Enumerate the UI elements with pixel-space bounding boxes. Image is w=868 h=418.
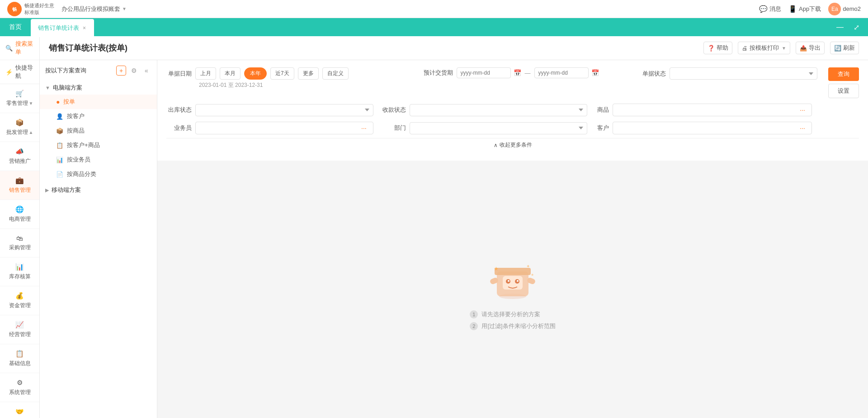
sidebar-item-inventory[interactable]: 📊 库存核算	[0, 257, 39, 286]
by-product-category-label: 按商品分类	[67, 170, 96, 178]
help-btn[interactable]: ❓ 帮助	[703, 42, 732, 54]
salesperson-ellipsis-btn[interactable]: ···	[359, 124, 368, 132]
sidebar-item-enterprise[interactable]: 🤝 企业协同	[0, 402, 39, 418]
date-btn-more[interactable]: 更多	[298, 67, 319, 80]
app-selector[interactable]: 办公用品行业模拟账套 ▼	[58, 3, 130, 15]
minimize-icon[interactable]: —	[834, 21, 846, 33]
customer-ellipsis-btn[interactable]: ···	[798, 124, 807, 132]
search-icon: 🔍	[5, 45, 13, 52]
download-icon: 📱	[788, 5, 797, 13]
sidebar: 🔍 搜索菜单 ⚡ 快捷导航 🛒 零售管理 ▼ 📦 批发管理 ▲ 📣 营销推广	[0, 36, 40, 418]
doc-status-select[interactable]	[670, 67, 817, 80]
scheme-by-product[interactable]: 📦 按商品	[40, 124, 157, 138]
out-status-select[interactable]	[195, 104, 373, 116]
retail-label: 零售管理	[6, 100, 28, 107]
scheme-by-salesperson[interactable]: 📊 按业务员	[40, 152, 157, 167]
marketing-label: 营销推广	[9, 157, 31, 165]
dept-select[interactable]	[410, 122, 588, 134]
enterprise-icon: 🤝	[15, 408, 24, 416]
export-label: 导出	[809, 44, 821, 52]
operations-icon: 📈	[15, 321, 24, 329]
scheme-by-customer[interactable]: 👤 按客户	[40, 109, 157, 124]
dept-label: 部门	[381, 124, 406, 132]
sidebar-item-sales[interactable]: 💼 销售管理	[0, 171, 39, 200]
date-btn-7days[interactable]: 近7天	[270, 67, 294, 80]
by-product-icon: 📦	[56, 128, 63, 134]
receipt-status-select[interactable]	[410, 104, 588, 116]
expected-delivery-label: 预计交货期	[421, 69, 453, 77]
settings-scheme-btn[interactable]: ⚙	[129, 66, 139, 76]
delivery-date-to[interactable]	[534, 67, 589, 78]
refresh-label: 刷新	[843, 44, 855, 52]
sidebar-item-operations[interactable]: 📈 经营管理	[0, 315, 39, 344]
by-customer-product-icon: 📋	[56, 142, 63, 149]
mobile-scheme-section: ▶ 移动端方案	[40, 183, 157, 197]
receipt-status-label: 收款状态	[381, 106, 406, 114]
pc-section-label: 电脑端方案	[53, 84, 82, 92]
top-bar-right: 💬 消息 📱 App下载 Ea demo2	[759, 3, 861, 15]
add-scheme-btn[interactable]: +	[116, 66, 126, 76]
print-btn[interactable]: 🖨 按模板打印 ▼	[738, 42, 790, 54]
message-btn[interactable]: 💬 消息	[759, 5, 781, 13]
maximize-icon[interactable]: ⤢	[850, 21, 863, 33]
page-title: 销售订单统计表(按单)	[49, 43, 127, 59]
by-order-icon: ●	[56, 98, 60, 105]
refresh-icon: 🔄	[834, 45, 841, 52]
calendar-to-icon[interactable]: 📅	[591, 69, 599, 76]
sidebar-item-retail[interactable]: 🛒 零售管理 ▼	[0, 84, 39, 113]
product-ellipsis-btn[interactable]: ···	[798, 106, 807, 114]
message-icon: 💬	[759, 5, 768, 13]
calendar-from-icon[interactable]: 📅	[514, 69, 521, 76]
operations-label: 经营管理	[9, 331, 31, 338]
tip-text-1: 请先选择要分析的方案	[481, 310, 540, 318]
content-area: 销售订单统计表(按单) ❓ 帮助 🖨 按模板打印 ▼ 📤 导出 🔄 刷新	[40, 36, 868, 418]
pc-scheme-header[interactable]: ▼ 电脑端方案	[40, 81, 157, 95]
svg-text:★: ★	[531, 273, 534, 277]
date-btn-this-month[interactable]: 本月	[220, 67, 241, 80]
user-profile[interactable]: Ea demo2	[828, 3, 861, 15]
customer-label: 客户	[594, 124, 609, 132]
sidebar-item-wholesale[interactable]: 📦 批发管理 ▲	[0, 113, 39, 142]
quick-nav-label: 快捷导航	[15, 64, 34, 80]
collapse-icon: ∧	[494, 142, 498, 148]
sidebar-item-marketing[interactable]: 📣 营销推广	[0, 142, 39, 171]
empty-illustration: ★ ✦ ★	[486, 249, 540, 303]
scheme-by-product-category[interactable]: 📄 按商品分类	[40, 167, 157, 181]
date-btn-custom[interactable]: 自定义	[322, 67, 349, 80]
reset-btn[interactable]: 设置	[828, 84, 859, 98]
date-btn-last-month[interactable]: 上月	[195, 67, 216, 80]
collapse-panel-btn[interactable]: «	[142, 66, 151, 76]
date-label: 单据日期	[166, 70, 192, 78]
mobile-scheme-header[interactable]: ▶ 移动端方案	[40, 183, 157, 197]
tab-close-btn[interactable]: ×	[82, 24, 87, 32]
export-btn[interactable]: 📤 导出	[796, 42, 825, 54]
active-tab[interactable]: 销售订单统计表 ×	[31, 19, 94, 37]
scheme-by-order[interactable]: ● 按单	[40, 95, 157, 109]
sidebar-item-finance[interactable]: 💰 资金管理	[0, 286, 39, 315]
app-download-btn[interactable]: 📱 App下载	[788, 5, 821, 13]
sidebar-item-system[interactable]: ⚙ 系统管理	[0, 373, 39, 402]
scheme-by-customer-product[interactable]: 📋 按客户+商品	[40, 138, 157, 152]
sidebar-search-menu[interactable]: 🔍 搜索菜单	[0, 36, 39, 60]
message-label: 消息	[769, 5, 781, 13]
collapse-filter-btn[interactable]: ∧ 收起更多条件	[166, 138, 859, 152]
right-panel: 单据日期 上月 本月 本年 近7天 更多 自定义 2023-01-01 至 20…	[157, 60, 868, 418]
sidebar-item-basics[interactable]: 📋 基础信息	[0, 344, 39, 373]
inventory-label: 库存核算	[9, 273, 31, 280]
sidebar-item-purchase[interactable]: 🛍 采购管理	[0, 229, 39, 257]
home-tab[interactable]: 首页	[0, 18, 31, 36]
delivery-date-from[interactable]	[457, 67, 511, 78]
svg-text:畅: 畅	[12, 7, 17, 12]
by-order-label: 按单	[63, 98, 75, 106]
empty-tips: 1 请先选择要分析的方案 2 用[过滤]条件来缩小分析范围	[470, 310, 555, 330]
sidebar-item-ecommerce[interactable]: 🌐 电商管理	[0, 200, 39, 229]
purchase-label: 采购管理	[9, 244, 31, 252]
filter-area: 单据日期 上月 本月 本年 近7天 更多 自定义 2023-01-01 至 20…	[157, 60, 868, 161]
sidebar-quick-nav[interactable]: ⚡ 快捷导航	[0, 60, 39, 84]
search-btn[interactable]: 查询	[828, 67, 859, 81]
collapse-label: 收起更多条件	[500, 141, 532, 149]
left-panel-title: 按以下方案查询	[45, 66, 86, 75]
date-btn-this-year[interactable]: 本年	[244, 67, 267, 80]
ecommerce-icon: 🌐	[15, 205, 24, 214]
refresh-btn[interactable]: 🔄 刷新	[830, 42, 859, 54]
